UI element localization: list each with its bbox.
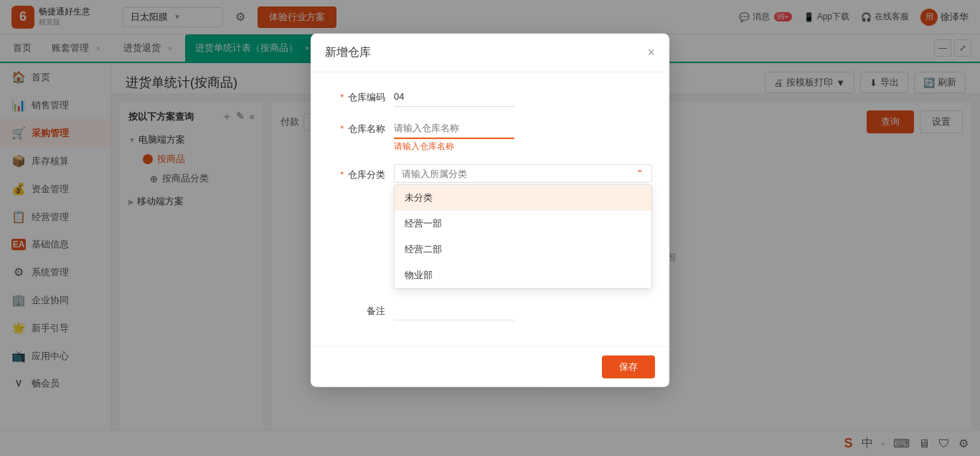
form-row-name: * 仓库名称 请输入仓库名称 [328, 118, 652, 153]
name-error-hint: 请输入仓库名称 [394, 141, 652, 153]
classify-selector[interactable]: ⌃ [394, 164, 652, 183]
note-input-wrap [394, 300, 652, 320]
add-warehouse-dialog: 新增仓库 × * 仓库编码 * 仓库名称 请输入仓库名称 [311, 34, 669, 387]
form-row-code: * 仓库编码 [328, 87, 652, 107]
classify-dropdown-arrow-icon[interactable]: ⌃ [636, 168, 644, 179]
form-row-classify: * 仓库分类 ⌃ 未分类 经营一部 经营二部 物业部 [328, 164, 652, 289]
name-input-wrap: 请输入仓库名称 [394, 118, 652, 153]
code-label: * 仓库编码 [328, 87, 385, 104]
save-button[interactable]: 保存 [602, 356, 655, 379]
required-star-2: * [340, 123, 344, 134]
code-input[interactable] [394, 87, 514, 107]
form-row-note: 备注 [328, 300, 652, 320]
classify-input[interactable] [402, 168, 636, 179]
dropdown-item-uncategorized[interactable]: 未分类 [395, 185, 651, 211]
dialog-title: 新增仓库 [325, 45, 371, 60]
classify-dropdown-list: 未分类 经营一部 经营二部 物业部 [394, 184, 652, 289]
required-star: * [340, 92, 344, 103]
classify-input-wrap: ⌃ 未分类 经营一部 经营二部 物业部 [394, 164, 652, 289]
dialog-header: 新增仓库 × [311, 34, 669, 72]
note-input[interactable] [394, 300, 514, 320]
dropdown-item-dept1[interactable]: 经营一部 [395, 211, 651, 237]
dropdown-item-dept2[interactable]: 经营二部 [395, 237, 651, 262]
name-input[interactable] [394, 118, 514, 139]
code-input-wrap [394, 87, 652, 107]
required-star-3: * [340, 169, 344, 180]
dropdown-item-dept3[interactable]: 物业部 [395, 262, 651, 288]
dialog-footer: 保存 [311, 346, 669, 387]
dialog-body: * 仓库编码 * 仓库名称 请输入仓库名称 * 仓库分类 [311, 72, 669, 346]
classify-label: * 仓库分类 [328, 164, 385, 181]
name-label: * 仓库名称 [328, 118, 385, 136]
note-label: 备注 [328, 300, 385, 318]
dialog-close-icon[interactable]: × [647, 45, 655, 60]
